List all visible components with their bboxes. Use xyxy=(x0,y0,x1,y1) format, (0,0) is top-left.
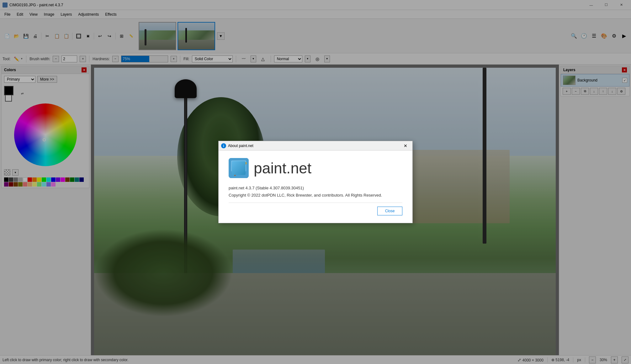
about-info-icon: i xyxy=(221,143,226,148)
about-logo-svg xyxy=(229,158,249,178)
about-dialog-title: About paint.net xyxy=(228,144,401,148)
about-close-row: Close xyxy=(229,203,402,215)
about-dialog-titlebar: i About paint.net ✕ xyxy=(219,141,412,150)
about-version-text: paint.net 4.3.7 (Stable 4.307.8039.30451… xyxy=(229,186,402,190)
svg-rect-1 xyxy=(231,161,246,171)
about-dialog-close-x-button[interactable]: ✕ xyxy=(401,141,410,150)
about-close-button[interactable]: Close xyxy=(377,207,402,215)
about-logo-row: paint.net xyxy=(229,158,402,178)
about-dialog-overlay[interactable]: i About paint.net ✕ paint.net paint.net … xyxy=(0,0,631,364)
about-copyright-text: Copyright © 2022 dotPDN LLC, Rick Brewst… xyxy=(229,193,402,198)
about-dialog: i About paint.net ✕ paint.net paint.net … xyxy=(218,141,413,223)
about-logo-icon xyxy=(229,158,249,178)
about-app-name: paint.net xyxy=(254,160,311,177)
about-dialog-body: paint.net paint.net 4.3.7 (Stable 4.307.… xyxy=(219,150,412,223)
svg-line-2 xyxy=(235,164,244,175)
